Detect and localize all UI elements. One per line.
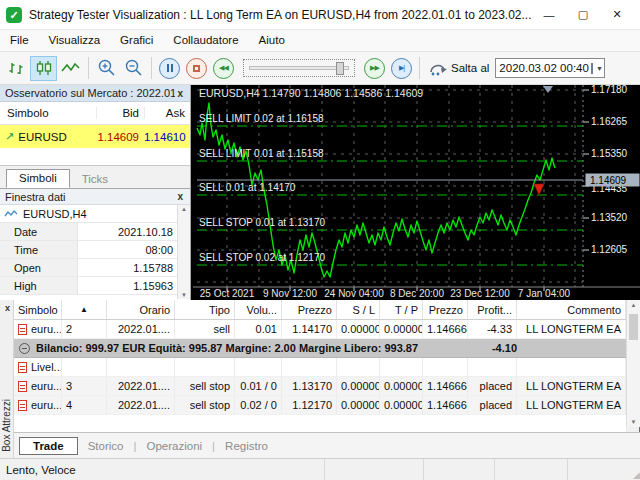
minimize-button[interactable]: — (532, 9, 566, 21)
jump-date-value: 2020.03.02 00:40 (499, 62, 589, 74)
column-header[interactable]: Tipo (175, 300, 235, 319)
scrollbar-thumb[interactable] (629, 314, 638, 340)
stop-button[interactable] (186, 58, 207, 79)
scroll-down-icon[interactable]: ▼ (627, 419, 640, 425)
tab-trade[interactable]: Trade (19, 437, 78, 455)
market-watch-close-icon[interactable]: x (175, 88, 185, 99)
order-label: SELL STOP 0.01 at 1.13170 (199, 217, 325, 228)
market-watch-title: Osservatorio sul Mercato : 2022.01. (5, 87, 175, 99)
zoom-in-button[interactable] (93, 56, 120, 81)
menu-grafici[interactable]: Grafici (110, 30, 163, 51)
symbol-row-eurusd[interactable]: ↗EURUSD 1.14609 1.14610 (0, 125, 190, 148)
chart-area[interactable]: EURUSD,H4 1.14790 1.14806 1.14586 1.1460… (191, 85, 640, 300)
tab-operazioni[interactable]: Operazioni (136, 440, 212, 452)
fast-forward-button[interactable]: ▶▶ (364, 58, 385, 79)
column-header[interactable]: Prezzo (423, 300, 468, 319)
data-window-titlebar: Finestra dati x (0, 188, 190, 205)
jump-date-input[interactable]: 2020.03.02 00:40 ▼ (495, 58, 605, 78)
jump-to-icon[interactable] (428, 60, 448, 76)
cell: 2022.01.... (107, 396, 175, 415)
zoom-out-button[interactable] (120, 56, 147, 81)
skip-to-end-icon: ▶| (399, 64, 404, 72)
toolbox-close-icon[interactable]: x (3, 303, 12, 313)
line-chart-button[interactable] (57, 56, 84, 81)
slider-handle[interactable] (336, 62, 344, 75)
cell: 1.12170 (282, 396, 337, 415)
time-tick: 8 Dec 20:00 (390, 288, 444, 299)
column-header[interactable]: Orario (107, 300, 175, 319)
table-row[interactable]: euru...22022.01....sell0.011.141700.0000… (14, 320, 626, 339)
column-header[interactable]: Commento (517, 300, 626, 319)
row-label: Date (0, 223, 78, 240)
chevron-down-icon[interactable]: ▼ (596, 65, 603, 72)
row-value: 1.15788 (78, 259, 190, 276)
cell: 1.13170 (282, 377, 337, 396)
close-button[interactable]: ✕ (600, 8, 634, 21)
bar-chart-button[interactable] (3, 56, 30, 81)
table-row[interactable]: euru...32022.01....sell stop0.01 / 01.13… (14, 377, 626, 396)
column-header[interactable]: Prezzo (282, 300, 337, 319)
menu-file[interactable]: File (0, 30, 39, 51)
jump-to-label: Salta al (451, 62, 489, 74)
maximize-button[interactable]: ▢ (566, 8, 600, 21)
time-tick: 24 Nov 04:00 (324, 288, 384, 299)
column-header[interactable]: Simbolo (14, 300, 62, 319)
tab-ticks[interactable]: Ticks (70, 171, 120, 188)
data-window-close-icon[interactable]: x (175, 191, 185, 202)
calendar-icon[interactable] (591, 63, 593, 74)
cell: 4 (62, 396, 107, 415)
cell (380, 358, 423, 377)
menu-collaudatore[interactable]: Collaudatore (163, 30, 248, 51)
ask-value: 1.14610 (144, 131, 190, 143)
tab-storico[interactable]: Storico (78, 440, 134, 452)
col-simbolo[interactable]: Simbolo (0, 107, 96, 119)
scroll-down-icon[interactable]: ▼ (181, 292, 187, 298)
order-label: SELL 0.01 at 1.14170 (199, 182, 296, 193)
tab-registro[interactable]: Registro (215, 440, 278, 452)
menu-visualizza[interactable]: Visualizza (39, 30, 111, 51)
cell (62, 358, 107, 377)
status-cell (567, 459, 628, 480)
status-bar: Lento, Veloce ◢ (0, 458, 640, 480)
rewind-icon: ◀◀ (219, 64, 228, 72)
skip-to-end-button[interactable]: ▶| (391, 58, 412, 79)
speed-slider[interactable] (243, 59, 355, 77)
table-row[interactable]: euru...42022.01....sell stop0.02 / 01.12… (14, 396, 626, 415)
data-window-scrollbar[interactable]: ▲ ▼ (177, 205, 190, 299)
menu-aiuto[interactable]: Aiuto (249, 30, 295, 51)
scroll-up-icon[interactable]: ▲ (627, 302, 640, 308)
resize-grip[interactable]: ◢ (628, 459, 640, 480)
cell: 1.14666 (423, 320, 468, 339)
market-watch-panel: Osservatorio sul Mercato : 2022.01. x Si… (0, 85, 190, 188)
price-tick: 1.17180 (591, 85, 628, 95)
col-bid[interactable]: Bid (96, 107, 144, 119)
cell: euru... (14, 377, 62, 396)
balance-row[interactable]: Bilancio: 999.97 EUR Equità: 995.87 Marg… (14, 339, 626, 358)
cell-text: Livel... (31, 358, 62, 376)
trades-scrollbar[interactable]: ▲ ▼ (626, 300, 640, 427)
time-tick: 9 Nov 12:00 (263, 288, 317, 299)
collapse-icon[interactable] (19, 343, 30, 354)
column-header[interactable]: ▲ (62, 300, 107, 319)
rewind-button[interactable]: ◀◀ (213, 58, 234, 79)
column-header[interactable]: S / L (337, 300, 380, 319)
instrument-row[interactable]: EURUSD,H4 (0, 205, 190, 223)
column-header[interactable]: Profit... (468, 300, 517, 319)
cell: 0.00000 (380, 396, 423, 415)
table-row[interactable]: Livel... (14, 358, 626, 377)
bid-value: 1.14609 (96, 131, 144, 143)
price-tick: 1.16265 (591, 116, 628, 127)
pause-button[interactable] (159, 58, 180, 79)
cell: placed (468, 377, 517, 396)
column-header[interactable]: Volu... (235, 300, 282, 319)
scroll-up-icon[interactable]: ▲ (181, 206, 187, 212)
data-row-date: Date 2021.10.18 (0, 223, 190, 241)
col-ask[interactable]: Ask (144, 107, 190, 119)
column-header[interactable]: T / P (380, 300, 423, 319)
order-label: SELL STOP 0.02 at 1.12170 (199, 252, 325, 263)
candlestick-chart-button[interactable] (30, 56, 57, 81)
tab-simboli[interactable]: Simboli (6, 169, 70, 188)
price-chart[interactable]: EURUSD,H4 1.14790 1.14806 1.14586 1.1460… (191, 85, 640, 300)
trades-table: Simbolo▲OrarioTipoVolu...PrezzoS / LT / … (14, 300, 626, 432)
time-tick: 23 Dec 12:00 (450, 288, 510, 299)
